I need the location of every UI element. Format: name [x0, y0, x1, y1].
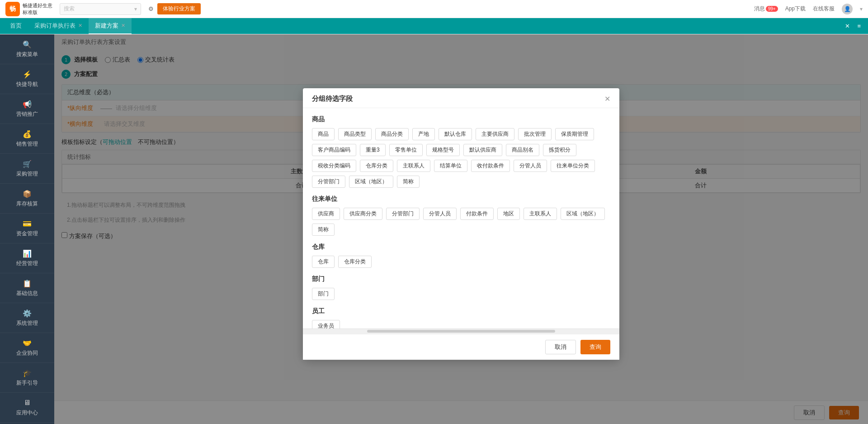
- sidebar-item-快捷导航[interactable]: ⚡ 快捷导航: [0, 64, 54, 94]
- field-tag[interactable]: 分管人员: [514, 160, 547, 172]
- field-tag[interactable]: 默认供应商: [463, 144, 502, 156]
- sidebar-icon: ⚙️: [23, 309, 32, 318]
- nav-tab[interactable]: 采购订单执行表 ✕: [28, 18, 89, 34]
- sidebar-icon: ⚡: [23, 70, 32, 79]
- gear-icon[interactable]: ⚙: [148, 5, 154, 12]
- sidebar-item-销售管理[interactable]: 💰 销售管理: [0, 124, 54, 154]
- nav-more-btn[interactable]: ≡: [854, 23, 864, 29]
- field-tag[interactable]: 仓库分类: [360, 160, 393, 172]
- sidebar-icon: 🎓: [23, 368, 32, 377]
- field-tag[interactable]: 主联系人: [397, 160, 430, 172]
- field-tag[interactable]: 区域（地区）: [561, 208, 605, 220]
- section-title-部门: 部门: [312, 275, 610, 283]
- field-tag[interactable]: 收付款条件: [471, 160, 510, 172]
- logo-icon: 畅: [5, 2, 20, 16]
- field-tag[interactable]: 分管人员: [423, 208, 457, 220]
- modal-body[interactable]: 商品商品商品类型商品分类产地默认仓库主要供应商批次管理保质期管理客户商品编码重量…: [303, 108, 619, 329]
- nav-tab[interactable]: 新建方案 ✕: [89, 18, 132, 34]
- sidebar-label: 搜索菜单: [16, 51, 38, 58]
- modal-close-btn[interactable]: ✕: [604, 95, 610, 103]
- sidebar-item-库存核算[interactable]: 📦 库存核算: [0, 184, 54, 214]
- sidebar-label: 营销推广: [16, 110, 38, 118]
- tab-close-btn[interactable]: ✕: [78, 23, 82, 29]
- sidebar-label: 系统管理: [16, 319, 38, 327]
- field-tags-商品: 商品商品类型商品分类产地默认仓库主要供应商批次管理保质期管理客户商品编码重量3零…: [312, 128, 610, 188]
- nav-close-btn[interactable]: ✕: [841, 23, 854, 29]
- field-tag[interactable]: 简称: [312, 224, 335, 236]
- field-tag[interactable]: 部门: [312, 288, 335, 300]
- field-tag[interactable]: 商品分类: [375, 128, 409, 140]
- sidebar-label: 快捷导航: [16, 81, 38, 88]
- sidebar-icon: 💳: [23, 219, 32, 228]
- sidebar-item-系统管理[interactable]: ⚙️ 系统管理: [0, 303, 54, 333]
- sidebar-item-应用中心[interactable]: 🖥 应用中心: [0, 393, 54, 423]
- field-tag[interactable]: 批次管理: [518, 128, 552, 140]
- app-download[interactable]: App下载: [785, 5, 806, 13]
- sidebar-label: 基础信息: [16, 290, 38, 297]
- sidebar-item-经营管理[interactable]: 📊 经营管理: [0, 243, 54, 273]
- sidebar-icon: 🔍: [23, 40, 32, 49]
- field-tag[interactable]: 主联系人: [524, 208, 557, 220]
- sidebar-item-资金管理[interactable]: 💳 资金管理: [0, 214, 54, 243]
- field-tag[interactable]: 仓库: [312, 256, 335, 268]
- field-tag[interactable]: 税收分类编码: [312, 160, 356, 172]
- field-tag[interactable]: 主要供应商: [476, 128, 514, 140]
- section-title-往来单位: 往来单位: [312, 195, 610, 203]
- tab-close-btn[interactable]: ✕: [121, 23, 125, 29]
- field-tag[interactable]: 业务员: [312, 320, 340, 329]
- sidebar-item-搜索菜单[interactable]: 🔍 搜索菜单: [0, 34, 54, 64]
- hscroll-bar: [367, 330, 555, 333]
- field-tag[interactable]: 产地: [412, 128, 435, 140]
- section-title-商品: 商品: [312, 115, 610, 124]
- field-tag[interactable]: 规格型号: [426, 144, 460, 156]
- sidebar-item-新手引导[interactable]: 🎓 新手引导: [0, 363, 54, 393]
- modal-header: 分组待选字段 ✕: [303, 88, 619, 108]
- field-tag[interactable]: 地区: [497, 208, 520, 220]
- field-tag[interactable]: 结算单位: [434, 160, 467, 172]
- modal-cancel-btn[interactable]: 取消: [545, 340, 576, 354]
- field-tag[interactable]: 分管部门: [386, 208, 420, 220]
- field-tag[interactable]: 零售单位: [389, 144, 423, 156]
- logo-area: 畅 畅捷通好生意 标准版: [5, 2, 60, 16]
- field-tag[interactable]: 分管部门: [312, 176, 345, 188]
- field-tag[interactable]: 往来单位分类: [551, 160, 595, 172]
- search-bar[interactable]: 搜索 ▾: [60, 3, 141, 15]
- field-tag[interactable]: 默认仓库: [439, 128, 472, 140]
- field-tags-往来单位: 供应商供应商分类分管部门分管人员付款条件地区主联系人区域（地区）简称: [312, 208, 610, 236]
- content-area: 采购订单执行表方案设置 1 选择模板 汇总表 交叉统计表 2 方案: [54, 34, 868, 424]
- sidebar-item-营销推广[interactable]: 📢 营销推广: [0, 94, 54, 124]
- field-tag[interactable]: 供应商分类: [344, 208, 382, 220]
- sidebar-label: 企业协同: [16, 349, 38, 357]
- sidebar-item-基础信息[interactable]: 📋 基础信息: [0, 273, 54, 303]
- header-more[interactable]: ▾: [860, 6, 863, 12]
- field-tag[interactable]: 拣货积分: [543, 144, 576, 156]
- exp-btn[interactable]: 体验行业方案: [157, 3, 201, 14]
- sidebar-label: 经营管理: [16, 260, 38, 267]
- field-tag[interactable]: 区域（地区）: [349, 176, 393, 188]
- field-tag[interactable]: 简称: [397, 176, 420, 188]
- field-tag[interactable]: 商品类型: [338, 128, 372, 140]
- field-tag[interactable]: 重量3: [360, 144, 386, 156]
- sidebar-label: 资金管理: [16, 230, 38, 238]
- field-tag[interactable]: 商品别名: [506, 144, 539, 156]
- field-tag[interactable]: 付款条件: [460, 208, 494, 220]
- user-avatar[interactable]: 👤: [842, 4, 853, 14]
- field-tag[interactable]: 供应商: [312, 208, 340, 220]
- online-service[interactable]: 在线客服: [813, 5, 835, 13]
- sidebar-icon: 🖥: [23, 398, 32, 407]
- modal: 分组待选字段 ✕ 商品商品商品类型商品分类产地默认仓库主要供应商批次管理保质期管…: [303, 88, 619, 360]
- logo-text: 畅捷通好生意 标准版: [23, 2, 52, 15]
- notification-badge: 99+: [766, 6, 778, 12]
- sidebar-label: 库存核算: [16, 200, 38, 208]
- modal-confirm-btn[interactable]: 查询: [580, 340, 610, 354]
- sidebar-item-企业协同[interactable]: 🤝 企业协同: [0, 333, 54, 363]
- sidebar-item-采购管理[interactable]: 🛒 采购管理: [0, 154, 54, 184]
- nav-tab[interactable]: 首页: [4, 18, 28, 34]
- notification-area[interactable]: 消息99+: [754, 5, 778, 13]
- field-tag[interactable]: 客户商品编码: [312, 144, 356, 156]
- field-tag[interactable]: 保质期管理: [555, 128, 594, 140]
- modal-hscroll[interactable]: [303, 329, 619, 334]
- field-tag[interactable]: 仓库分类: [338, 256, 372, 268]
- sidebar-label: 新手引导: [16, 379, 38, 387]
- field-tag[interactable]: 商品: [312, 128, 335, 140]
